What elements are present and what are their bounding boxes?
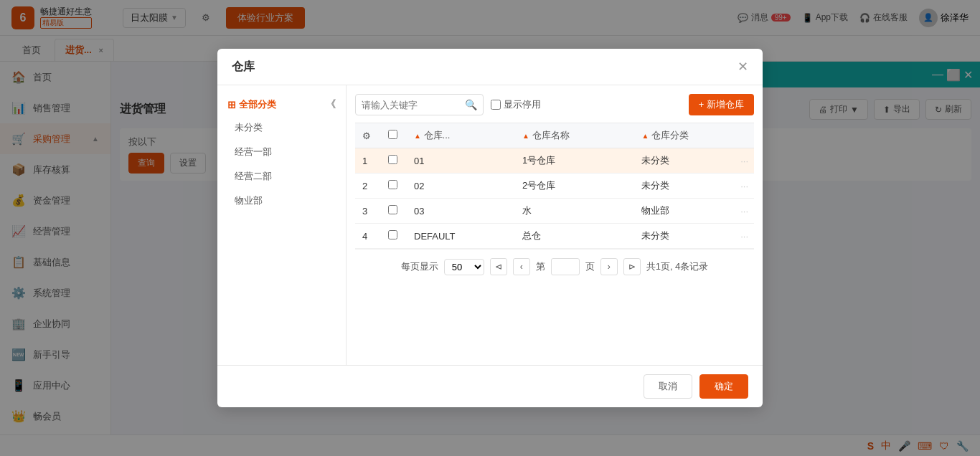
search-input[interactable] xyxy=(362,100,462,110)
warehouse-name: 水 xyxy=(515,199,635,224)
col-name: ▲ 仓库名称 xyxy=(515,123,635,148)
all-categories-label: 全部分类 xyxy=(239,98,276,111)
table-row[interactable]: 2 02 2号仓库 未分类 ··· xyxy=(355,174,754,199)
row-checkbox[interactable] xyxy=(388,230,397,239)
modal-footer: 取消 确定 xyxy=(217,365,763,407)
sort-icon: ▲ xyxy=(414,132,421,140)
page-suffix: 页 xyxy=(585,260,595,273)
collapse-icon[interactable]: 《 xyxy=(326,98,336,111)
warehouse-code: 03 xyxy=(407,199,515,224)
table-row[interactable]: 1 01 1号仓库 未分类 ··· xyxy=(355,148,754,174)
per-page-select[interactable]: 50 20 100 xyxy=(444,259,484,275)
warehouse-code: 01 xyxy=(407,148,515,174)
row-checkbox[interactable] xyxy=(388,205,397,214)
prev-page-button[interactable]: ‹ xyxy=(513,258,530,275)
warehouse-name: 1号仓库 xyxy=(515,148,635,174)
sort-icon-cat: ▲ xyxy=(641,132,649,140)
next-page-button[interactable]: › xyxy=(600,258,618,275)
row-number: 1 xyxy=(355,148,381,174)
sort-icon-name: ▲ xyxy=(522,132,529,140)
row-more-icon[interactable]: ··· xyxy=(740,206,748,217)
first-page-button[interactable]: ⊲ xyxy=(490,258,507,275)
row-number: 4 xyxy=(355,224,381,249)
modal-overlay: 仓库 ✕ ⊞ 全部分类 《 未分类 经营一部 xyxy=(0,0,980,456)
row-checkbox-cell[interactable] xyxy=(381,224,407,249)
modal-header: 仓库 ✕ xyxy=(217,49,763,85)
all-categories-item[interactable]: ⊞ 全部分类 《 xyxy=(217,94,346,115)
warehouse-category: 物业部 ··· xyxy=(634,199,754,224)
row-checkbox-cell[interactable] xyxy=(381,174,407,199)
warehouse-category: 未分类 ··· xyxy=(634,148,754,174)
warehouse-name: 总仓 xyxy=(515,224,635,249)
search-icon[interactable]: 🔍 xyxy=(465,99,477,110)
warehouse-table: ⚙ ▲ 仓库... ▲ 仓库名称 xyxy=(355,123,754,249)
table-header-row: ⚙ ▲ 仓库... ▲ 仓库名称 xyxy=(355,123,754,148)
table-row[interactable]: 3 03 水 物业部 ··· xyxy=(355,199,754,224)
row-more-icon[interactable]: ··· xyxy=(740,181,748,191)
warehouse-code: DEFAULT xyxy=(407,224,515,249)
category-item-dept1[interactable]: 经营一部 xyxy=(217,140,346,164)
category-item-property[interactable]: 物业部 xyxy=(217,189,346,213)
modal-body: ⊞ 全部分类 《 未分类 经营一部 经营二部 物业部 xyxy=(217,85,763,365)
category-item-unclassified[interactable]: 未分类 xyxy=(217,115,346,140)
row-more-icon[interactable]: ··· xyxy=(740,231,748,242)
table-toolbar: 🔍 显示停用 + 新增仓库 xyxy=(355,94,754,115)
modal-title: 仓库 xyxy=(232,60,255,75)
show-disabled-label[interactable]: 显示停用 xyxy=(491,98,541,111)
row-checkbox[interactable] xyxy=(388,155,397,164)
warehouse-code: 02 xyxy=(407,174,515,199)
select-all-checkbox[interactable] xyxy=(388,130,397,139)
row-checkbox[interactable] xyxy=(388,180,397,189)
row-checkbox-cell[interactable] xyxy=(381,199,407,224)
col-code: ▲ 仓库... xyxy=(407,123,515,148)
row-checkbox-cell[interactable] xyxy=(381,148,407,174)
total-info: 共1页, 4条记录 xyxy=(646,260,709,273)
row-more-icon[interactable]: ··· xyxy=(740,156,748,166)
pagination-bar: 每页显示 50 20 100 ⊲ ‹ 第 1 页 › ⊳ 共1页, 4条记录 xyxy=(355,249,754,284)
col-category: ▲ 仓库分类 xyxy=(634,123,754,148)
warehouse-modal: 仓库 ✕ ⊞ 全部分类 《 未分类 经营一部 xyxy=(217,49,763,407)
close-button[interactable]: ✕ xyxy=(738,59,748,75)
confirm-button[interactable]: 确定 xyxy=(699,374,748,399)
category-panel: ⊞ 全部分类 《 未分类 经营一部 经营二部 物业部 xyxy=(217,85,347,365)
grid-icon: ⊞ xyxy=(227,99,236,110)
table-row[interactable]: 4 DEFAULT 总仓 未分类 ··· xyxy=(355,224,754,249)
page-number-input[interactable]: 1 xyxy=(551,258,580,275)
last-page-button[interactable]: ⊳ xyxy=(623,258,641,275)
category-item-dept2[interactable]: 经营二部 xyxy=(217,164,346,189)
warehouse-category: 未分类 ··· xyxy=(634,224,754,249)
show-disabled-checkbox[interactable] xyxy=(491,100,501,110)
col-settings: ⚙ xyxy=(355,123,381,148)
warehouse-category: 未分类 ··· xyxy=(634,174,754,199)
add-warehouse-button[interactable]: + 新增仓库 xyxy=(689,94,754,115)
row-number: 2 xyxy=(355,174,381,199)
search-box: 🔍 xyxy=(355,94,484,115)
col-checkbox-header[interactable] xyxy=(381,123,407,148)
cancel-button[interactable]: 取消 xyxy=(644,374,692,399)
page-prefix: 第 xyxy=(536,260,545,273)
settings-col-icon: ⚙ xyxy=(362,130,371,141)
per-page-label: 每页显示 xyxy=(401,260,438,273)
row-number: 3 xyxy=(355,199,381,224)
warehouse-name: 2号仓库 xyxy=(515,174,635,199)
table-panel: 🔍 显示停用 + 新增仓库 ⚙ xyxy=(347,85,763,365)
